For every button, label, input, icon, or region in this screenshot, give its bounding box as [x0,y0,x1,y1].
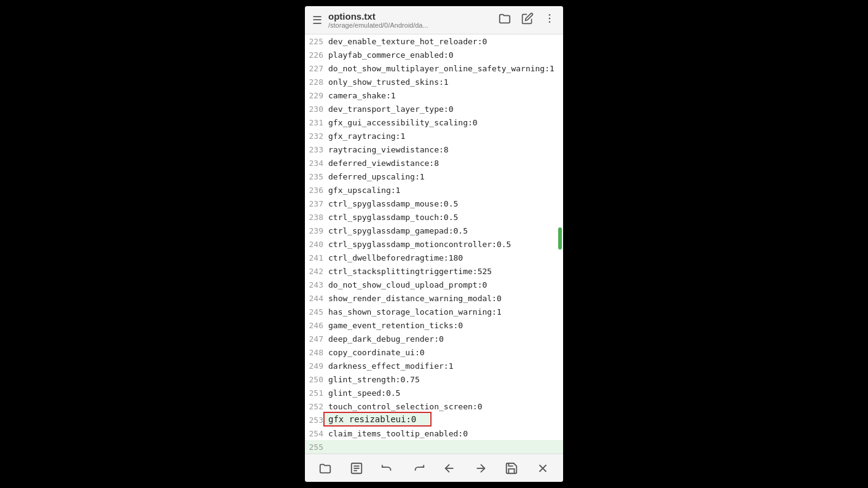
scrollbar[interactable] [558,34,562,454]
line-number: 225 [305,37,328,46]
line-content: dev_transport_layer_type:0 [328,104,454,114]
line-number: 227 [305,64,328,73]
line-number: 231 [305,118,328,127]
line-row: 235deferred_upscaling:1 [305,170,563,183]
line-row: 246game_event_retention_ticks:0 [305,318,563,332]
line-content: deferred_viewdistance:8 [328,159,439,168]
line-row: 255 [305,440,563,454]
back-button[interactable] [438,459,461,478]
line-content: darkness_effect_modifier:1 [328,361,454,371]
line-number: 248 [305,348,328,357]
line-number: 249 [305,361,328,371]
line-number: 237 [305,199,328,208]
line-content: do_not_show_multiplayer_online_safety_wa… [328,64,554,73]
line-content: touch_control_selection_screen:0 [328,402,482,411]
line-number: 251 [305,388,328,398]
line-number: 226 [305,50,328,60]
line-content: ctrl_dwellbeforedragtime:180 [328,253,463,262]
line-number: 250 [305,375,328,384]
line-row: 239ctrl_spyglassdamp_gamepad:0.5 [305,224,563,237]
line-content: gfx_raytracing:1 [328,132,405,141]
forward-button[interactable] [469,459,492,478]
line-content: claim_items_tooltip_enabled:0 [328,429,468,438]
line-row: 234deferred_viewdistance:8 [305,156,563,170]
search-box-container [323,412,432,427]
undo-button[interactable] [376,459,399,478]
line-content: ctrl_spyglassdamp_mouse:0.5 [328,199,458,208]
line-number: 245 [305,307,328,317]
line-row: 231gfx_gui_accessibility_scaling:0 [305,116,563,129]
line-number: 240 [305,240,328,249]
line-number: 252 [305,402,328,411]
line-row: 238ctrl_spyglassdamp_touch:0.5 [305,210,563,224]
line-content: has_shown_storage_location_warning:1 [328,307,502,317]
line-number: 228 [305,77,328,87]
line-row: 252touch_control_selection_screen:0 [305,399,563,413]
line-content: only_show_trusted_skins:1 [328,77,449,87]
line-content: deep_dark_debug_render:0 [328,334,444,344]
line-content: glint_speed:0.5 [328,388,400,398]
line-content: camera_shake:1 [328,91,396,100]
line-number: 241 [305,253,328,262]
folder-button[interactable] [498,12,511,28]
line-content: gfx_upscaling:1 [328,186,400,195]
lines-container[interactable]: 225dev_enable_texture_hot_reloader:0226p… [305,34,563,454]
scrollbar-thumb [558,227,562,250]
line-content: game_event_retention_ticks:0 [328,321,463,330]
line-number: 229 [305,91,328,100]
line-row: 251glint_speed:0.5 [305,386,563,399]
line-number: 255 [305,443,328,452]
line-number: 244 [305,294,328,303]
line-number: 230 [305,104,328,114]
hamburger-menu-button[interactable]: ☰ [312,14,322,27]
line-row: 250glint_strength:0.75 [305,372,563,386]
line-number: 243 [305,280,328,289]
line-row: 243do_not_show_cloud_upload_prompt:0 [305,278,563,291]
svg-point-0 [549,14,551,16]
line-content: ctrl_spyglassdamp_touch:0.5 [328,213,458,222]
save-button[interactable] [500,459,523,478]
line-content: raytracing_viewdistance:8 [328,145,449,154]
line-content: deferred_upscaling:1 [328,172,425,181]
line-row: 254claim_items_tooltip_enabled:0 [305,427,563,440]
note-toolbar-button[interactable] [345,459,368,478]
line-row: 241ctrl_dwellbeforedragtime:180 [305,251,563,264]
edit-button[interactable] [521,12,534,28]
line-row: 242ctrl_stacksplittingtriggertime:525 [305,264,563,278]
more-options-button[interactable] [543,12,556,28]
line-row: 248copy_coordinate_ui:0 [305,345,563,359]
search-input[interactable] [328,414,427,424]
file-toolbar-button[interactable] [314,459,337,478]
line-number: 246 [305,321,328,330]
line-content: do_not_show_cloud_upload_prompt:0 [328,280,487,289]
line-row: 232gfx_raytracing:1 [305,129,563,143]
redo-button[interactable] [407,459,430,478]
line-row: 230dev_transport_layer_type:0 [305,102,563,116]
line-content: playfab_commerce_enabled:0 [328,50,454,60]
line-content: show_render_distance_warning_modal:0 [328,294,502,303]
line-number: 232 [305,132,328,141]
line-number: 254 [305,429,328,438]
line-row: 236gfx_upscaling:1 [305,183,563,197]
line-row: 237ctrl_spyglassdamp_mouse:0.5 [305,197,563,210]
line-content: ctrl_spyglassdamp_gamepad:0.5 [328,226,468,235]
close-button[interactable] [531,459,554,478]
line-number: 233 [305,145,328,154]
line-number: 235 [305,172,328,181]
title-bar: ☰ options.txt /storage/emulated/0/Androi… [305,6,563,34]
title-info: options.txt /storage/emulated/0/Android/… [328,11,428,29]
line-row: 244show_render_distance_warning_modal:0 [305,291,563,305]
line-row: 247deep_dark_debug_render:0 [305,332,563,345]
line-row: 226playfab_commerce_enabled:0 [305,48,563,61]
line-content: ctrl_spyglassdamp_motioncontroller:0.5 [328,240,511,249]
svg-point-2 [549,22,551,23]
file-title: options.txt [328,11,428,22]
line-row: 228only_show_trusted_skins:1 [305,75,563,89]
title-bar-right [498,12,556,28]
title-bar-left: ☰ options.txt /storage/emulated/0/Androi… [312,11,428,29]
line-number: 236 [305,186,328,195]
line-row: 245has_shown_storage_location_warning:1 [305,305,563,318]
line-row: 233raytracing_viewdistance:8 [305,143,563,156]
line-number: 238 [305,213,328,222]
line-content: glint_strength:0.75 [328,375,420,384]
